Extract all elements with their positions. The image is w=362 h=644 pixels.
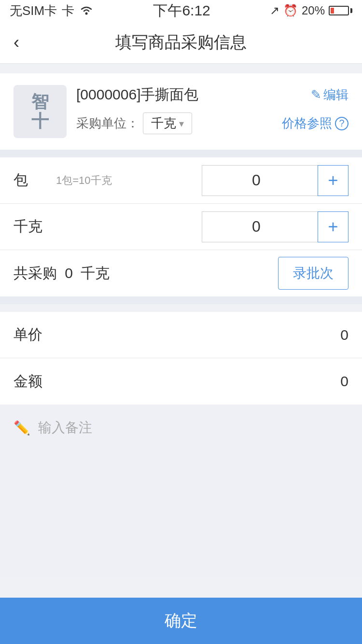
kg-input-row: 千克 + bbox=[0, 204, 362, 250]
divider-2 bbox=[0, 296, 362, 304]
unit-price-row: 单价 0 bbox=[0, 312, 362, 358]
bag-plus-button[interactable]: + bbox=[318, 165, 348, 196]
back-button[interactable]: ‹ bbox=[14, 32, 19, 53]
bag-input-right: + bbox=[202, 165, 348, 196]
product-section: 智 十 [0000006]手撕面包 ✎ 编辑 采购单位： 千克 ▾ 价格参照 ? bbox=[0, 73, 362, 150]
total-label: 共采购 bbox=[14, 265, 57, 281]
bag-label: 包 bbox=[14, 170, 52, 190]
unit-label: 采购单位： bbox=[76, 115, 139, 132]
total-row: 共采购 0 千克 录批次 bbox=[0, 250, 362, 296]
total-value: 0 bbox=[65, 265, 73, 281]
divider-1 bbox=[0, 150, 362, 157]
dropdown-icon: ▾ bbox=[179, 118, 184, 129]
battery-icon bbox=[329, 6, 352, 15]
bag-quantity-input[interactable] bbox=[202, 165, 318, 196]
confirm-button[interactable]: 确定 bbox=[0, 598, 362, 644]
kg-label: 千克 bbox=[14, 217, 52, 237]
amount-label: 金额 bbox=[14, 372, 42, 392]
edit-button[interactable]: ✎ 编辑 bbox=[311, 86, 348, 103]
batch-button[interactable]: 录批次 bbox=[278, 257, 348, 290]
logo-line1: 智 bbox=[31, 92, 49, 112]
sim-icon: 卡 bbox=[62, 2, 74, 19]
page-title: 填写商品采购信息 bbox=[115, 31, 247, 54]
bottom-area bbox=[0, 451, 362, 576]
input-section: 包 1包=10千克 + 千克 + bbox=[0, 157, 362, 250]
price-section: 单价 0 金额 0 bbox=[0, 312, 362, 405]
unit-price-label: 单价 bbox=[14, 325, 42, 345]
kg-plus-button[interactable]: + bbox=[318, 211, 348, 242]
total-unit: 千克 bbox=[81, 265, 110, 281]
total-text: 共采购 0 千克 bbox=[14, 264, 110, 283]
pencil-icon: ✏️ bbox=[14, 420, 30, 436]
status-bar: 无SIM卡 卡 下午6:12 ↗ ⏰ 20% bbox=[0, 0, 362, 21]
product-name: [0000006]手撕面包 bbox=[76, 85, 198, 105]
logo-line2: 十 bbox=[31, 112, 49, 131]
kg-quantity-input[interactable] bbox=[202, 211, 318, 242]
location-icon: ↗ bbox=[270, 4, 279, 17]
battery-percentage: 20% bbox=[302, 4, 325, 17]
status-time: 下午6:12 bbox=[153, 1, 210, 21]
wifi-icon bbox=[79, 3, 94, 18]
edit-label: 编辑 bbox=[323, 86, 348, 103]
nav-bar: ‹ 填写商品采购信息 bbox=[0, 21, 362, 64]
price-ref-button[interactable]: 价格参照 ? bbox=[282, 115, 348, 132]
status-left: 无SIM卡 卡 bbox=[10, 2, 94, 19]
remark-section[interactable]: ✏️ 输入备注 bbox=[0, 405, 362, 451]
remark-placeholder: 输入备注 bbox=[38, 419, 92, 437]
product-info: [0000006]手撕面包 ✎ 编辑 采购单位： 千克 ▾ 价格参照 ? bbox=[76, 85, 348, 134]
product-logo: 智 十 bbox=[31, 92, 49, 130]
bag-input-row: 包 1包=10千克 + bbox=[0, 157, 362, 204]
unit-price-value: 0 bbox=[340, 327, 348, 343]
amount-value: 0 bbox=[340, 373, 348, 390]
edit-icon: ✎ bbox=[311, 87, 321, 102]
svg-point-0 bbox=[85, 12, 88, 14]
unit-select-button[interactable]: 千克 ▾ bbox=[143, 112, 192, 134]
confirm-label: 确定 bbox=[165, 610, 197, 632]
kg-input-right: + bbox=[202, 211, 348, 242]
purchase-unit-row: 采购单位： 千克 ▾ 价格参照 ? bbox=[76, 112, 348, 134]
bag-sub-label: 1包=10千克 bbox=[56, 173, 112, 188]
carrier-text: 无SIM卡 bbox=[10, 2, 57, 19]
unit-value: 千克 bbox=[151, 115, 176, 132]
status-right: ↗ ⏰ 20% bbox=[270, 4, 352, 17]
product-image: 智 十 bbox=[14, 85, 67, 138]
alarm-icon: ⏰ bbox=[283, 4, 298, 17]
amount-row: 金额 0 bbox=[0, 358, 362, 405]
product-name-row: [0000006]手撕面包 ✎ 编辑 bbox=[76, 85, 348, 105]
help-icon: ? bbox=[335, 117, 348, 130]
price-ref-label: 价格参照 bbox=[282, 115, 332, 132]
